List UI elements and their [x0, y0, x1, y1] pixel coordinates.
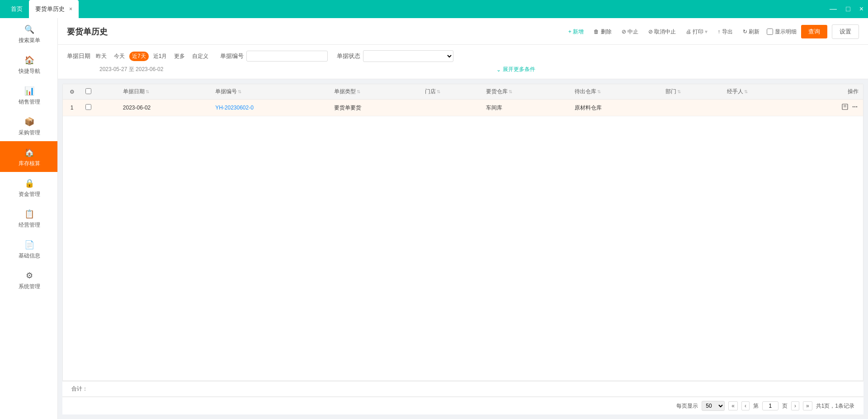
- print-dropdown-icon[interactable]: ▾: [705, 29, 708, 35]
- sidebar-item-inventory[interactable]: 🏠 库存核算: [0, 141, 57, 172]
- tab-home[interactable]: 首页: [5, 0, 29, 18]
- cell-date: 2023-06-02: [118, 100, 211, 116]
- sidebar-item-system-mgmt[interactable]: ⚙ 系统管理: [0, 264, 57, 295]
- prev-page-btn[interactable]: ‹: [741, 401, 750, 410]
- doc-number-filter: 单据编号: [220, 51, 328, 62]
- sort-handler[interactable]: 经手人 ⇅: [727, 88, 748, 95]
- page-size-select[interactable]: 10 20 50 100: [702, 401, 725, 411]
- sidebar-item-search-menu[interactable]: 🔍 搜索菜单: [0, 18, 57, 49]
- sort-docno-icon: ⇅: [238, 89, 241, 94]
- sort-store[interactable]: 门店 ⇅: [425, 88, 440, 95]
- status-select[interactable]: [363, 50, 453, 62]
- filter-row-date-range: 2023-05-27 至 2023-06-02 ⌄ 展开更多条件: [67, 66, 859, 73]
- tab-close-icon[interactable]: ×: [69, 6, 72, 12]
- maximize-btn[interactable]: □: [846, 5, 850, 13]
- doc-number-input[interactable]: [246, 51, 328, 62]
- date-filter-label: 单据日期: [67, 52, 90, 60]
- cell-store: [420, 100, 482, 116]
- page-size-label: 每页显示: [676, 402, 698, 410]
- current-page-input[interactable]: [762, 401, 778, 410]
- show-detail-checkbox[interactable]: [767, 29, 773, 35]
- col-store: 门店 ⇅: [420, 84, 482, 100]
- col-docno: 单据编号 ⇅: [211, 84, 330, 100]
- col-settings[interactable]: ⚙: [63, 84, 81, 100]
- operations-mgmt-icon: 📋: [24, 209, 34, 219]
- sort-dept-icon: ⇅: [677, 89, 681, 94]
- date-filter: 单据日期 昨天 今天 近7天 近1月 更多 自定义: [67, 52, 211, 61]
- sort-date[interactable]: 单据日期 ⇅: [123, 88, 149, 95]
- settings-button[interactable]: 设置: [832, 24, 859, 39]
- doc-number-link[interactable]: YH-20230602-0: [215, 105, 254, 111]
- minimize-btn[interactable]: —: [830, 5, 837, 13]
- sidebar-item-finance-mgmt[interactable]: 🔒 资金管理: [0, 172, 57, 203]
- query-button[interactable]: 查询: [801, 25, 827, 38]
- sidebar-item-quick-nav[interactable]: 🏠 快捷导航: [0, 49, 57, 80]
- sidebar-item-label: 系统管理: [19, 283, 40, 290]
- cell-pending-warehouse: 原材料仓库: [570, 100, 661, 116]
- stop-button[interactable]: ⊘ 中止: [619, 26, 641, 38]
- sort-pending-warehouse[interactable]: 待出仓库 ⇅: [575, 88, 601, 95]
- cell-dept: [661, 100, 722, 116]
- main-layout: 🔍 搜索菜单 🏠 快捷导航 📊 销售管理 📦 采购管理 🏠 库存核算 🔒 资金管…: [0, 18, 868, 419]
- system-mgmt-icon: ⚙: [26, 271, 33, 281]
- sort-handler-icon: ⇅: [744, 89, 748, 94]
- sidebar-item-purchase-mgmt[interactable]: 📦 采购管理: [0, 110, 57, 141]
- sidebar-item-label: 资金管理: [19, 190, 40, 198]
- select-all-checkbox[interactable]: [85, 88, 91, 94]
- cell-docno: YH-20230602-0: [211, 100, 330, 116]
- shortcut-7days[interactable]: 近7天: [129, 52, 149, 61]
- export-button[interactable]: ↑ 导出: [715, 26, 735, 38]
- basic-info-icon: 📄: [24, 240, 34, 250]
- delete-button[interactable]: 🗑 删除: [591, 26, 614, 38]
- doc-number-label: 单据编号: [220, 52, 244, 60]
- cell-req-warehouse: 车间库: [481, 100, 570, 116]
- sidebar-item-label: 基础信息: [19, 252, 40, 260]
- sidebar-item-sales-mgmt[interactable]: 📊 销售管理: [0, 80, 57, 110]
- next-page-btn[interactable]: ›: [791, 401, 799, 410]
- sort-docno[interactable]: 单据编号 ⇅: [215, 88, 241, 95]
- sidebar: 🔍 搜索菜单 🏠 快捷导航 📊 销售管理 📦 采购管理 🏠 库存核算 🔒 资金管…: [0, 18, 58, 419]
- refresh-button[interactable]: ↻ 刷新: [740, 26, 762, 38]
- close-btn[interactable]: ×: [859, 5, 863, 13]
- sales-mgmt-icon: 📊: [24, 86, 34, 96]
- date-shortcuts: 昨天 今天 近7天 近1月 更多 自定义: [93, 52, 211, 61]
- sidebar-item-label: 经营管理: [19, 221, 40, 229]
- sort-pending-warehouse-icon: ⇅: [597, 89, 601, 94]
- shortcut-today[interactable]: 今天: [111, 52, 127, 61]
- content-area: 要货单历史 + 新增 🗑 删除 ⊘ 中止 ⊘ 取消中止 🖨 🖨 打印 打印 ▾ …: [58, 18, 868, 419]
- sidebar-item-label: 销售管理: [19, 98, 40, 106]
- sort-doctype[interactable]: 单据类型 ⇅: [334, 88, 360, 95]
- shortcut-1month[interactable]: 近1月: [151, 52, 170, 61]
- print-button[interactable]: 🖨 🖨 打印 打印 ▾: [683, 26, 710, 38]
- sort-dept[interactable]: 部门 ⇅: [665, 88, 681, 95]
- purchase-mgmt-icon: 📦: [24, 117, 34, 127]
- first-page-btn[interactable]: «: [728, 401, 738, 410]
- shortcut-yesterday[interactable]: 昨天: [93, 52, 109, 61]
- new-button[interactable]: + 新增: [566, 26, 586, 38]
- finance-mgmt-icon: 🔒: [24, 178, 34, 188]
- summary-label: 合计：: [71, 386, 88, 392]
- tab-active[interactable]: 要货单历史 ×: [29, 0, 79, 18]
- show-detail-checkbox-label: 显示明细: [767, 28, 797, 36]
- row-checkbox[interactable]: [85, 104, 91, 110]
- cancel-stop-button[interactable]: ⊘ 取消中止: [646, 26, 679, 38]
- row-edit-btn[interactable]: [841, 103, 849, 112]
- sidebar-item-operations-mgmt[interactable]: 📋 经营管理: [0, 203, 57, 233]
- shortcut-custom[interactable]: 自定义: [189, 52, 211, 61]
- col-dept: 部门 ⇅: [661, 84, 722, 100]
- cell-doctype: 要货单要货: [330, 100, 420, 116]
- sort-req-warehouse[interactable]: 要货仓库 ⇅: [486, 88, 512, 95]
- show-detail-label-text: 显示明细: [775, 28, 797, 36]
- sidebar-item-basic-info[interactable]: 📄 基础信息: [0, 233, 57, 264]
- col-pending-warehouse: 待出仓库 ⇅: [570, 84, 661, 100]
- last-page-btn[interactable]: »: [803, 401, 812, 410]
- shortcut-more[interactable]: 更多: [171, 52, 188, 61]
- expand-more-btn[interactable]: ⌄ 展开更多条件: [496, 66, 535, 73]
- col-ops: 操作: [797, 84, 863, 100]
- row-more-btn[interactable]: [851, 103, 859, 112]
- settings-icon[interactable]: ⚙: [70, 89, 75, 95]
- cell-handler: [722, 100, 797, 116]
- cell-ops: [797, 100, 863, 116]
- row-operations: [802, 103, 859, 112]
- tab-home-label: 首页: [11, 5, 23, 13]
